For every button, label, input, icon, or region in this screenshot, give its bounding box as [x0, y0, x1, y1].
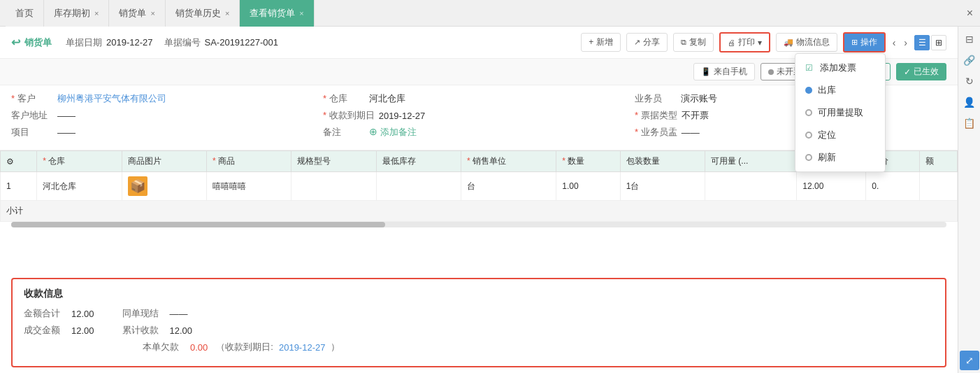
col-settings[interactable]: ⚙ [1, 151, 37, 172]
copy-button[interactable]: ⧉ 复制 [673, 33, 714, 52]
deal-label: 成交金额 [24, 324, 66, 337]
tab-sales[interactable]: 销货单 × [109, 0, 165, 27]
tab-history-close[interactable]: × [225, 9, 229, 17]
tab-history[interactable]: 销货单历史 × [166, 0, 240, 27]
address-value: —— [57, 111, 75, 121]
tab-inventory-close[interactable]: × [94, 9, 99, 17]
menu-locate-label: 定位 [818, 129, 836, 141]
menu-outbound-dot [805, 87, 812, 94]
sidebar-expand-icon[interactable]: ⤢ [960, 351, 979, 370]
nav-prev-arrow[interactable]: ‹ [891, 37, 898, 48]
menu-locate[interactable]: 定位 [795, 124, 885, 146]
effective-icon: ✓ [904, 67, 911, 77]
share-button[interactable]: ↗ 分享 [626, 33, 668, 52]
row-spec [291, 172, 376, 201]
sidebar-icon-2[interactable]: 🔗 [960, 50, 979, 70]
not-open-dot [768, 69, 774, 75]
horizontal-scrollbar[interactable] [11, 222, 946, 227]
sidebar-icon-5[interactable]: 📋 [960, 113, 979, 133]
effective-button[interactable]: ✓ 已生效 [896, 63, 946, 80]
address-label: 客户地址 [11, 109, 53, 122]
due-date-label: 收款到期日 [323, 109, 375, 122]
deal-value: 12.00 [71, 325, 94, 336]
cumulative-value: 12.00 [170, 325, 193, 336]
operate-dropdown: ☑ 添加发票 出库 可用量提取 定位 [795, 53, 886, 172]
customer-value[interactable]: 柳州粤港平安气体有限公司 [57, 92, 166, 105]
from-phone-button[interactable]: 📱 来自手机 [693, 63, 755, 80]
row-product: 嘻嘻嘻嘻 [206, 172, 291, 201]
owe-note: （收款到期日: [216, 341, 273, 353]
tab-view-sales-label: 查看销货单 [250, 7, 295, 20]
col-unit: 销售单位 [461, 151, 556, 172]
tab-inventory[interactable]: 库存期初 × [44, 0, 109, 27]
copy-button-label: 复制 [689, 36, 706, 48]
menu-locate-dot [805, 132, 812, 139]
menu-add-invoice[interactable]: ☑ 添加发票 [795, 57, 885, 79]
owe-date: 2019-12-27 [279, 342, 326, 353]
menu-available-qty[interactable]: 可用量提取 [795, 101, 885, 124]
new-button[interactable]: + 新增 [581, 33, 620, 52]
tab-view-sales[interactable]: 查看销货单 × [240, 0, 314, 27]
cumulative-label: 累计收款 [122, 324, 164, 337]
row-warehouse: 河北仓库 [37, 172, 122, 201]
add-note-button[interactable]: ⊕ 添加备注 [369, 126, 417, 139]
owe-amount-item: 本单欠款 0.00 （收款到期日: 2019-12-27 ） [143, 341, 373, 353]
tab-bar: 首页 库存期初 × 销货单 × 销货单历史 × 查看销货单 × × [0, 0, 980, 27]
ticket-label: 票据类型 [635, 109, 677, 122]
tab-sales-label: 销货单 [119, 7, 146, 20]
window-close-button[interactable]: × [967, 7, 973, 20]
print-button-container: 🖨 打印 ▾ [719, 32, 770, 52]
grid-view-button[interactable]: ⊞ [931, 35, 946, 50]
doc-date-field: 单据日期 2019-12-27 [66, 36, 153, 49]
project-field: 项目 —— [11, 126, 323, 139]
table-row: 1 河北仓库 📦 嘻嘻嘻嘻 台 1.00 1台 [1, 172, 958, 201]
sidebar-icon-1[interactable]: ⊟ [960, 29, 979, 49]
menu-refresh-label: 刷新 [818, 151, 836, 164]
tab-home[interactable]: 首页 [6, 0, 44, 27]
list-view-button[interactable]: ☰ [914, 35, 930, 50]
product-image: 📦 [128, 176, 147, 196]
cumulative-item: 累计收款 12.00 [122, 324, 193, 337]
staff-value: 演示账号 [681, 92, 717, 105]
tab-history-label: 销货单历史 [175, 7, 221, 20]
tab-home-label: 首页 [15, 7, 34, 20]
sidebar-icon-4[interactable]: 👤 [960, 92, 979, 112]
operate-button[interactable]: ⊞ 操作 [843, 32, 886, 52]
row-stock: 12.00 [797, 172, 866, 201]
menu-outbound[interactable]: 出库 [795, 79, 885, 101]
doc-header: ↩ 销货单 单据日期 2019-12-27 单据编号 SA-20191227-0… [0, 27, 958, 59]
scrollbar-thumb[interactable] [11, 222, 385, 227]
add-note-label: 添加备注 [380, 127, 417, 137]
customer-label: 客户 [11, 92, 53, 105]
same-bill-value: —— [170, 309, 188, 319]
operate-container: ⊞ 操作 ☑ 添加发票 出库 [843, 32, 886, 52]
row-price: 0. [866, 172, 920, 201]
nav-next-arrow[interactable]: › [902, 37, 909, 48]
menu-available-qty-label: 可用量提取 [818, 106, 863, 119]
col-spec: 规格型号 [291, 151, 376, 172]
doc-date-value: 2019-12-27 [106, 37, 153, 48]
warehouse-field: 仓库 河北仓库 [323, 92, 635, 105]
sales-staff-value: —— [682, 127, 700, 138]
sales-staff-field: 业务员盂 —— [635, 126, 946, 139]
project-value: —— [57, 127, 75, 138]
tab-inventory-label: 库存期初 [54, 7, 90, 20]
owe-note-end: ） [331, 341, 373, 353]
row-amount [919, 172, 957, 201]
tab-view-sales-close[interactable]: × [299, 9, 303, 17]
row-index: 1 [1, 172, 37, 201]
tab-sales-close[interactable]: × [150, 9, 154, 17]
row-qty: 1.00 [556, 172, 620, 201]
sidebar-icon-3[interactable]: ↻ [960, 71, 979, 91]
doc-number-value: SA-20191227-001 [205, 37, 279, 48]
total-amount-item: 金额合计 12.00 [24, 307, 94, 320]
print-button[interactable]: 🖨 打印 ▾ [719, 32, 770, 52]
menu-outbound-label: 出库 [818, 84, 836, 97]
total-value: 12.00 [71, 309, 94, 319]
owe-value: 0.00 [190, 342, 208, 353]
menu-add-invoice-label: 添加发票 [820, 62, 856, 74]
menu-available-qty-dot [805, 109, 812, 116]
col-product: 商品 [206, 151, 291, 172]
logistics-button[interactable]: 🚚 物流信息 [776, 33, 837, 52]
menu-refresh[interactable]: 刷新 [795, 146, 885, 169]
